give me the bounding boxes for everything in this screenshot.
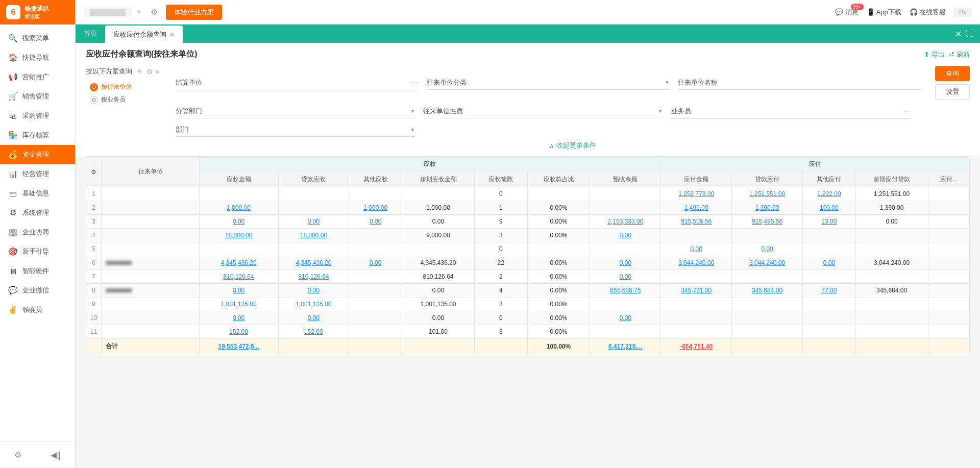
data-cell[interactable]	[349, 284, 402, 298]
collapse-scheme-btn[interactable]: «	[156, 67, 160, 76]
data-cell[interactable]: 1,252,773.00	[661, 187, 732, 201]
data-cell[interactable]: 345,761.00	[661, 284, 732, 298]
data-cell[interactable]	[349, 298, 402, 311]
sidebar-item-quick[interactable]: 🏠 快捷导航	[0, 48, 75, 67]
total-ar-amount[interactable]: 19,553,472,6...	[199, 339, 278, 354]
sidebar-item-member[interactable]: ✌ 畅会员	[0, 300, 75, 319]
data-cell[interactable]: 1,251,551.00	[732, 187, 803, 201]
data-cell[interactable]	[661, 229, 732, 242]
data-cell[interactable]	[349, 325, 402, 339]
data-cell[interactable]	[349, 187, 402, 201]
data-cell[interactable]	[802, 229, 855, 242]
unit-name-input[interactable]	[720, 79, 921, 86]
data-cell[interactable]	[661, 298, 732, 311]
data-cell[interactable]	[590, 201, 661, 215]
data-cell[interactable]: 0.00	[199, 215, 278, 229]
data-cell[interactable]: 0.00	[590, 311, 661, 325]
data-cell[interactable]	[590, 298, 661, 311]
edit-scheme-btn[interactable]: ⊙	[146, 67, 153, 76]
data-cell[interactable]	[732, 325, 803, 339]
data-cell[interactable]	[732, 311, 803, 325]
data-cell[interactable]: 3,044,240.00	[661, 256, 732, 270]
data-cell[interactable]: 152.00	[199, 325, 278, 339]
data-cell[interactable]: 0.00	[732, 242, 803, 256]
user-info[interactable]: Rit	[954, 8, 972, 17]
unit-nature-arrow[interactable]: ▼	[658, 108, 663, 114]
data-cell[interactable]	[278, 242, 349, 256]
sidebar-item-hardware[interactable]: 🖥 智能硬件	[0, 261, 75, 281]
collapse-filter-btn[interactable]: ∧ 收起更多条件	[176, 139, 970, 154]
data-cell[interactable]	[661, 311, 732, 325]
data-cell[interactable]: 3,044,240.00	[732, 256, 803, 270]
data-cell[interactable]	[732, 270, 803, 284]
export-btn[interactable]: ⬆ 导出	[924, 50, 945, 59]
total-ap-amount[interactable]: -654,751.40	[661, 339, 732, 354]
data-cell[interactable]: 0.00	[278, 284, 349, 298]
data-cell[interactable]: 1,222.00	[802, 187, 855, 201]
refresh-btn[interactable]: ↺ 刷新	[949, 50, 970, 59]
data-cell[interactable]: 152.00	[278, 325, 349, 339]
app-download-btn[interactable]: 📱 App下载	[867, 8, 901, 17]
data-cell[interactable]	[732, 229, 803, 242]
sidebar-item-inventory[interactable]: 🏪 库存核算	[0, 126, 75, 145]
data-cell[interactable]: 0.00	[278, 311, 349, 325]
settlement-dots-btn[interactable]: ···	[411, 77, 419, 88]
data-cell[interactable]	[590, 325, 661, 339]
data-cell[interactable]: 1,000.00	[199, 201, 278, 215]
data-cell[interactable]: 915,495.56	[732, 215, 803, 229]
data-cell[interactable]: 655,636.75	[590, 284, 661, 298]
data-cell[interactable]: 0.00	[199, 284, 278, 298]
data-cell[interactable]	[278, 187, 349, 201]
dept-manage-arrow[interactable]: ▼	[410, 108, 415, 114]
data-cell[interactable]: 0.00	[661, 242, 732, 256]
sidebar-item-purchase[interactable]: 🛍 采购管理	[0, 106, 75, 126]
data-cell[interactable]	[349, 242, 402, 256]
filter-by-staff[interactable]: ⊙ 按业务员	[86, 93, 167, 106]
data-cell[interactable]	[199, 187, 278, 201]
data-cell[interactable]	[802, 298, 855, 311]
data-cell[interactable]	[661, 325, 732, 339]
data-cell[interactable]	[349, 229, 402, 242]
tab-fullscreen-btn[interactable]: ⛶	[966, 29, 974, 38]
sidebar-item-basic[interactable]: 🗃 基础信息	[0, 184, 75, 203]
data-cell[interactable]: 1,001,135.00	[199, 298, 278, 311]
sidebar-item-operation[interactable]: 📊 经营管理	[0, 164, 75, 184]
data-cell[interactable]: 0.00	[590, 270, 661, 284]
data-cell[interactable]: 77.00	[802, 284, 855, 298]
data-cell[interactable]	[349, 311, 402, 325]
data-cell[interactable]	[278, 201, 349, 215]
data-cell[interactable]: 915,508.56	[661, 215, 732, 229]
data-cell[interactable]	[349, 270, 402, 284]
data-cell[interactable]: 2,153,333.00	[590, 215, 661, 229]
data-cell[interactable]: 1,490.00	[661, 201, 732, 215]
data-cell[interactable]: 0.00	[199, 311, 278, 325]
data-cell[interactable]: 18,000.00	[199, 229, 278, 242]
sidebar-item-guide[interactable]: 🎯 新手引导	[0, 242, 75, 261]
gear-icon[interactable]: ⚙	[151, 7, 158, 17]
sidebar-item-system[interactable]: ⚙ 系统管理	[0, 203, 75, 223]
solution-button[interactable]: 体验行业方案	[166, 5, 222, 20]
data-cell[interactable]	[802, 325, 855, 339]
unit-category-arrow[interactable]: ▼	[665, 80, 670, 85]
filter-by-unit[interactable]: ⊙ 按往来单位	[86, 81, 167, 93]
add-scheme-btn[interactable]: ＋	[135, 66, 143, 77]
sidebar-item-marketing[interactable]: 📢 营销推广	[0, 67, 75, 87]
data-cell[interactable]: 1,000.00	[349, 201, 402, 215]
sidebar-item-wechat[interactable]: 💬 企业微信	[0, 281, 75, 300]
data-cell[interactable]: 4,345,436.20	[278, 256, 349, 270]
settings-footer-btn[interactable]: ⚙	[10, 448, 26, 462]
table-settings-icon[interactable]: ⚙	[91, 168, 96, 176]
data-cell[interactable]	[802, 270, 855, 284]
data-cell[interactable]	[590, 242, 661, 256]
salesperson-dots-btn[interactable]: ···	[903, 106, 911, 116]
data-cell[interactable]: 100.00	[802, 201, 855, 215]
data-cell[interactable]: 810,126.64	[278, 270, 349, 284]
data-cell[interactable]	[199, 242, 278, 256]
data-cell[interactable]	[802, 311, 855, 325]
data-cell[interactable]: 1,390.00	[732, 201, 803, 215]
data-cell[interactable]: 0.00	[590, 256, 661, 270]
sidebar-item-finance[interactable]: 💰 资金管理	[0, 145, 75, 164]
data-cell[interactable]: 1,001,135.00	[278, 298, 349, 311]
query-button[interactable]: 查询	[935, 66, 970, 81]
tab-ar-ap[interactable]: 应收应付余额查询 ✕	[105, 26, 183, 44]
